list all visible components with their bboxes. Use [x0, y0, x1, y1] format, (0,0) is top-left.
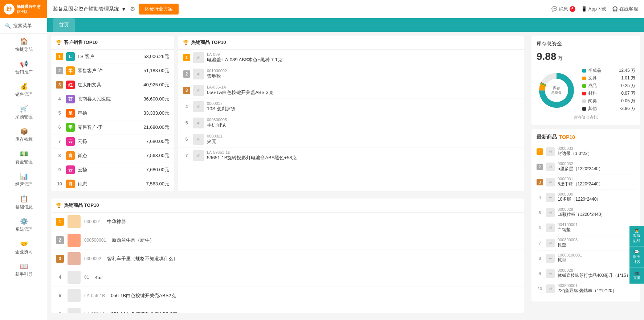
product-item: 5 Ai 000800005 手机测试 [178, 115, 524, 131]
community-icon: 💬 [631, 250, 643, 254]
new-product-item: 2 Ai 0000032 5厘多层（1220*2440） [537, 159, 635, 175]
sidebar-search[interactable]: 🔍 搜索菜单 [0, 18, 47, 34]
hot-products-right-header: 🏆 热销商品 TOP10 [178, 36, 524, 50]
product-image [68, 234, 81, 247]
inventory-icon: 📦 [20, 127, 28, 135]
sales-icon: 💰 [20, 82, 28, 90]
inventory-card: 库存总资金 9.88 万 [531, 36, 640, 125]
message-button[interactable]: 💬 消息 6 [551, 6, 575, 12]
settings-icon[interactable]: ⚙ [130, 5, 135, 12]
dropdown-icon[interactable]: ▼ [121, 6, 126, 12]
sidebar-item-sales[interactable]: 💰 销售管理 [0, 79, 47, 101]
marketing-icon: 📢 [20, 60, 28, 68]
product-details: 0000017 10S 变刹罗煲 [207, 101, 236, 112]
system-name-display: 装备及固定资产辅助管理系统 ▼ [53, 6, 126, 12]
rank-item: 10 肖 肖态 7,563.00元 [51, 177, 174, 191]
sidebar-item-basic-info[interactable]: 📋 基础信息 [0, 191, 47, 214]
product-image: Ai [546, 147, 555, 156]
legend-dot [582, 69, 586, 73]
sidebar-item-finance[interactable]: 💵 资金管理 [0, 146, 47, 169]
rank-number: 6 [56, 124, 63, 131]
top-row: 🏆 客户销售TOP10 1 L LS 客户 53,006.26元 [51, 36, 524, 195]
newbie-icon: 📖 [20, 262, 28, 270]
hot-item: 1 0000001 中华神器 [51, 213, 524, 231]
rank-number: 3 [56, 255, 64, 263]
hot-item: 4 01 45# [51, 268, 524, 287]
online-service-button[interactable]: 🎧 在线客服 [612, 6, 638, 12]
new-product-item: 6 Ai 004100001 白钢垫 [537, 220, 635, 235]
product-info: 0000032 5厘多层（1220*2440） [558, 161, 603, 172]
rank-number: 9 [537, 270, 543, 277]
sidebar-nav: 🏠 快捷导航 📢 营销推广 💰 销售管理 🛒 采购管理 📦 库存核算 💵 资金管… [0, 34, 47, 320]
rank-item: 7 云 云扬 7,680.00元 [51, 135, 174, 149]
rank-item: 6 零 零售客户-于 21,680.00元 [51, 120, 174, 135]
customer-service-button[interactable]: 👨‍💼 客服 热线 [629, 226, 644, 247]
trial-button[interactable]: 体验行业方案 [139, 4, 179, 15]
sidebar-item-newbie[interactable]: 📖 新手引导 [0, 259, 47, 281]
product-info: 0000033 封边带（1.0*22） [558, 146, 592, 157]
customer-ranking-card: 🏆 客户销售TOP10 1 L LS 客户 53,006.26元 [51, 36, 174, 191]
sidebar-item-inventory[interactable]: 📦 库存核算 [0, 124, 47, 146]
headset-icon: 🎧 [612, 6, 618, 12]
legend-dot [582, 99, 586, 103]
rank-item: 1 L LS 客户 53,006.26元 [51, 50, 174, 64]
new-product-item: 7 Ai 000800008 原奎 [537, 235, 635, 251]
rank-number: 1 [56, 218, 64, 226]
inventory-title: 库存总资金 [537, 41, 635, 47]
rank-number: 1 [56, 53, 63, 60]
rank-number: 3 [537, 179, 543, 185]
product-image [68, 252, 81, 265]
product-info: 0000029 18颗粒板（1220*2440） [558, 207, 605, 218]
sidebar-item-operations[interactable]: 📊 经营管理 [0, 169, 47, 191]
product-info: 000800008 原奎 [558, 238, 578, 248]
svg-text:总资金: 总资金 [551, 90, 562, 94]
legend-list: 半成品 12.45 万 文具 1.01 万 成品 0.25 万 [582, 67, 635, 113]
legend-dot [582, 92, 586, 95]
product-info: 0000028 体械嘉枝味苏打饮品400毫升（1*15） [558, 268, 631, 279]
livestream-button[interactable]: 📺 直播 [629, 268, 644, 284]
topbar: 装备及固定资产辅助管理系统 ▼ ⚙ 体验行业方案 💬 消息 6 📱 App下载 … [47, 0, 644, 18]
rank-number: 2 [56, 67, 63, 74]
rank-number: 6 [183, 136, 190, 143]
rank-number: 7 [537, 240, 543, 246]
tab-home[interactable]: 首页 [53, 18, 75, 32]
rank-item: 3 红 红太阳文具 40,925.00元 [51, 78, 174, 92]
product-item: 6 Ai 0000021 夹壳 [178, 131, 524, 148]
sidebar-item-corp-collab[interactable]: 🤝 企业协同 [0, 236, 47, 259]
product-image: Ai [193, 85, 204, 96]
customer-avatar: 肖 [66, 180, 75, 188]
product-image: Ai [193, 52, 204, 63]
customer-avatar: 云 [66, 137, 75, 146]
hot-products-main-body: 1 0000001 中华神器 2 000500001 新西兰牛肉（新牛） [51, 213, 524, 313]
search-icon: 🔍 [5, 23, 11, 29]
sidebar-item-system[interactable]: ⚙️ 系统管理 [0, 214, 47, 236]
new-products-title: 最新商品 TOP10 [537, 134, 635, 140]
sidebar-item-shortcuts[interactable]: 🏠 快捷导航 [0, 34, 47, 56]
customer-ranking-header: 🏆 客户销售TOP10 [51, 36, 174, 50]
legend-item: 成品 0.25 万 [582, 83, 635, 89]
customer-ranking-body: 1 L LS 客户 53,006.26元 2 零 零售客户-许 51,183.0… [51, 50, 174, 191]
rank-number: 10 [537, 286, 543, 292]
sidebar-item-purchase[interactable]: 🛒 采购管理 [0, 101, 47, 124]
product-item: 3 Ai LA-056-1A 056-1A白色按键开关盖ABS 3克 [178, 82, 524, 99]
app-download-button[interactable]: 📱 App下载 [581, 6, 606, 12]
product-details: 0000021 夹壳 [207, 134, 223, 145]
product-image: Ai [546, 163, 555, 171]
product-info: 10000100001 原奎 [558, 253, 582, 263]
customer-service-icon: 👨‍💼 [631, 229, 643, 233]
search-menu-button[interactable]: 🔍 搜索菜单 [3, 21, 44, 30]
sidebar-item-marketing[interactable]: 📢 营销推广 [0, 56, 47, 79]
product-image: Ai [546, 284, 555, 293]
rank-number: 8 [56, 152, 63, 159]
service-community-button[interactable]: 💬 服务 社区 [629, 247, 644, 268]
rank-item: 4 苍 苍南县人民医院 36,600.00元 [51, 92, 174, 106]
rank-number: 2 [537, 164, 543, 170]
new-product-list: 1 Ai 0000033 封边带（1.0*22） 2 Ai 0000032 5厘… [537, 144, 635, 296]
system-icon: ⚙️ [20, 217, 28, 225]
rank-number: 1 [537, 148, 543, 155]
message-icon: 💬 [551, 6, 557, 12]
legend-item: 肉类 -0.05 万 [582, 98, 635, 104]
hot-products-right-card: 🏆 热销商品 TOP10 1 Ai LA-089 电池盖 LA-089 ABS本… [178, 36, 524, 191]
product-image: Ai [193, 118, 204, 128]
product-item: 4 Ai 0000017 10S 变刹罗煲 [178, 99, 524, 115]
